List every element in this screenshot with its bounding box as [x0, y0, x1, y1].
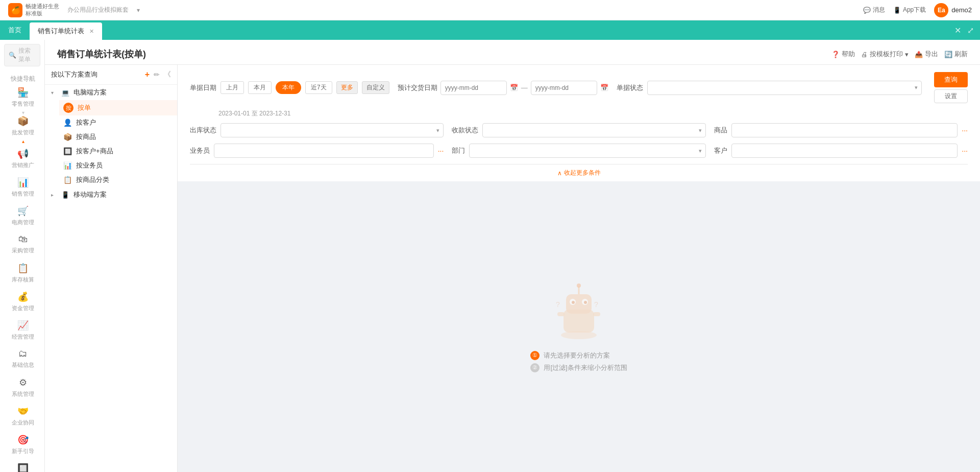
- sidebar-item-basic-info[interactable]: 🗂 基础信息: [0, 344, 44, 373]
- single-status-select[interactable]: [647, 81, 922, 95]
- user-name: demo2: [951, 6, 972, 14]
- date-btn-this-month[interactable]: 本月: [248, 81, 272, 94]
- collection-status-label: 收款状态: [452, 126, 478, 135]
- app-icon: 📱: [893, 7, 901, 14]
- ecommerce-label: 电商管理: [12, 219, 34, 226]
- svg-rect-9: [557, 312, 565, 316]
- customer-input-area[interactable]: [731, 144, 958, 158]
- date-btn-this-year[interactable]: 本年: [276, 81, 301, 94]
- sidebar-item-ecommerce[interactable]: 🛒 电商管理: [0, 201, 44, 230]
- sidebar-item-guide[interactable]: 🎯 新手引导: [0, 430, 44, 459]
- calendar-icon-2[interactable]: 📅: [600, 84, 608, 91]
- expected-date-group: 预计交货日期 📅 — 📅: [398, 81, 608, 95]
- date-btn-last-7days[interactable]: 近7天: [305, 81, 332, 94]
- edit-scheme-btn[interactable]: ✏: [154, 70, 160, 79]
- collapse-bar[interactable]: ∧ 收起更多条件: [190, 164, 968, 181]
- template-print-btn[interactable]: 🖨 按模板打印 ▾: [861, 50, 909, 59]
- tree-node-by-order[interactable]: 按 按单: [59, 100, 177, 115]
- tab-close-icon[interactable]: ✕: [89, 28, 94, 35]
- salesman-input-area[interactable]: [214, 144, 434, 158]
- header-left: 🍊 畅捷通好生意 标准版 办公用品行业模拟账套 ▾: [8, 3, 140, 17]
- template-print-label: 按模板打印: [870, 50, 903, 59]
- export-btn[interactable]: 📤 导出: [915, 50, 938, 59]
- mobile-group-arrow-icon: ▸: [51, 192, 57, 198]
- tree-node-by-customer[interactable]: 👤 按客户: [59, 115, 177, 130]
- calendar-icon-1[interactable]: 📅: [510, 84, 518, 91]
- collapse-panel-btn[interactable]: 《: [164, 70, 171, 79]
- tab-sales-statistics[interactable]: 销售订单统计表 ✕: [30, 22, 102, 40]
- app-download-action[interactable]: 📱 App下载: [893, 6, 926, 14]
- purchase-icon: 🛍: [18, 234, 28, 245]
- ship-status-group: 出库状态: [190, 123, 444, 137]
- quick-nav-label: 快捷导航: [11, 75, 35, 83]
- empty-state: ? ? ① 请先选择要分析的方案 ② 用[过滤]条件来缩小分析范围: [178, 181, 980, 472]
- retail-icon: 🏪: [17, 87, 29, 98]
- by-goods-label: 按商品: [76, 132, 96, 141]
- tab-bar: 首页 销售订单统计表 ✕ ✕ ⤢: [0, 20, 980, 40]
- customer-label: 客户: [714, 146, 727, 155]
- tree-node-by-customer-goods[interactable]: 🔲 按客户+商品: [59, 144, 177, 158]
- sidebar-item-system[interactable]: ⚙ 系统管理: [0, 373, 44, 402]
- sidebar-item-inventory[interactable]: 📋 库存核算: [0, 258, 44, 287]
- tab-home[interactable]: 首页: [0, 20, 30, 40]
- breadcrumb-arrow[interactable]: ▾: [137, 7, 140, 14]
- query-button[interactable]: 查询: [934, 72, 968, 87]
- by-goods-category-icon: 📋: [63, 176, 72, 184]
- help-btn[interactable]: ❓ 帮助: [831, 50, 855, 59]
- tab-expand-btn[interactable]: ⤢: [965, 23, 976, 37]
- tree-node-by-goods-category[interactable]: 📋 按商品分类: [59, 173, 177, 187]
- department-select[interactable]: [469, 144, 705, 158]
- filters-container: 单据日期 上月 本月 本年 近7天 更多 自定义 预计交货日期 📅: [178, 65, 980, 181]
- guide-label: 新手引导: [12, 447, 34, 455]
- tree-pc-children: 按 按单 👤 按客户 📦 按商品 🔲 按客: [45, 100, 177, 187]
- sidebar-item-purchase[interactable]: 🛍 采购管理: [0, 230, 44, 258]
- ship-status-select[interactable]: [220, 123, 444, 137]
- add-scheme-btn[interactable]: +: [145, 70, 150, 79]
- breadcrumb: 办公用品行业模拟账套: [67, 6, 129, 14]
- left-panel-header: 按以下方案查询 + ✏ 《: [45, 65, 177, 85]
- export-label: 导出: [925, 50, 938, 59]
- tree-node-by-salesman[interactable]: 📊 按业务员: [59, 158, 177, 173]
- customer-more-btn[interactable]: ···: [962, 147, 968, 155]
- svg-point-8: [577, 284, 581, 288]
- by-salesman-label: 按业务员: [76, 161, 103, 170]
- page-title: 销售订单统计表(按单): [57, 48, 146, 60]
- tree-group-pc[interactable]: ▾ 💻 电脑端方案: [45, 85, 177, 100]
- single-date-group: 单据日期 上月 本月 本年 近7天 更多 自定义: [190, 81, 389, 94]
- sidebar-item-app-center[interactable]: 🔲 应用中心: [0, 459, 44, 472]
- collection-status-select[interactable]: [482, 123, 705, 137]
- date-btn-custom[interactable]: 自定义: [362, 81, 389, 94]
- date-btn-last-month[interactable]: 上月: [220, 81, 244, 94]
- guide-icon: 🎯: [17, 434, 29, 445]
- user-area[interactable]: Ea demo2: [934, 3, 972, 17]
- empty-robot-illustration: ? ?: [548, 281, 609, 343]
- tree-node-by-goods[interactable]: 📦 按商品: [59, 130, 177, 144]
- sidebar-item-enterprise[interactable]: 🤝 企业协同: [0, 402, 44, 430]
- goods-more-btn[interactable]: ···: [962, 126, 968, 134]
- sidebar-item-operations[interactable]: 📈 经营管理: [0, 316, 44, 344]
- expected-date-end-input[interactable]: [531, 81, 597, 95]
- app-download-label: App下载: [903, 6, 926, 14]
- tree-group-mobile[interactable]: ▸ 📱 移动端方案: [45, 187, 177, 202]
- date-btn-more[interactable]: 更多: [336, 81, 358, 94]
- refresh-btn[interactable]: 🔄 刷新: [944, 50, 968, 59]
- app-center-icon: 🔲: [17, 463, 29, 473]
- by-salesman-icon: 📊: [63, 161, 72, 170]
- logo-text: 畅捷通好生意 标准版: [26, 3, 59, 16]
- sidebar-item-finance[interactable]: 💰 资金管理: [0, 287, 44, 316]
- setting-button[interactable]: 设置: [934, 89, 968, 103]
- expected-date-start-input[interactable]: [440, 81, 507, 95]
- finance-icon: 💰: [17, 291, 29, 302]
- sidebar-item-marketing[interactable]: 📢 营销推广: [0, 144, 44, 173]
- tab-bar-right: ✕ ⤢: [952, 23, 980, 37]
- sidebar-item-retail[interactable]: 🏪 零售管理 ▾: [0, 87, 44, 115]
- sidebar-item-quick-nav[interactable]: 快捷导航: [0, 70, 44, 87]
- salesman-more-btn[interactable]: ···: [438, 147, 444, 155]
- message-action[interactable]: 💬 消息: [863, 6, 885, 14]
- tab-close-window-btn[interactable]: ✕: [952, 23, 963, 37]
- sidebar-item-wholesale[interactable]: 📦 批发管理 ▴: [0, 115, 44, 144]
- sidebar-item-sales[interactable]: 📊 销售管理: [0, 173, 44, 201]
- goods-group: 商品 ···: [714, 123, 968, 137]
- help-label: 帮助: [842, 50, 855, 59]
- ecommerce-icon: 🛒: [17, 205, 29, 217]
